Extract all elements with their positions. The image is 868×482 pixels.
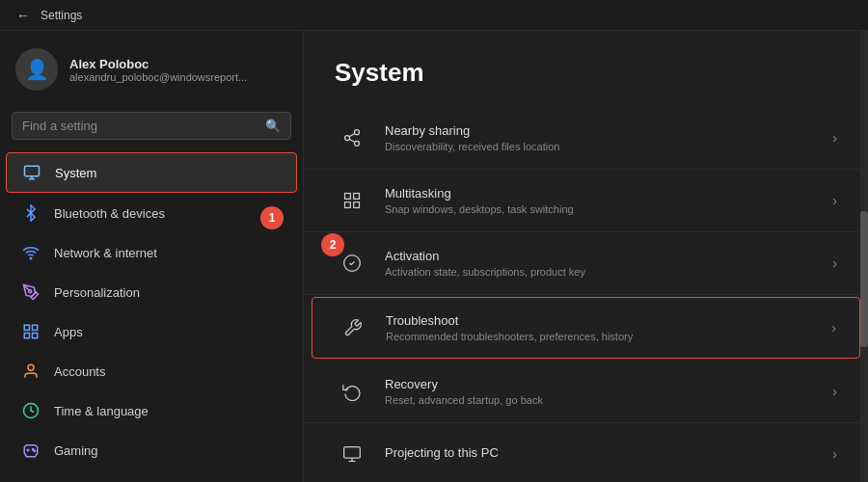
setting-text: Recovery Reset, advanced startup, go bac… — [385, 377, 832, 406]
setting-title: Nearby sharing — [385, 123, 832, 138]
scrollbar-track[interactable] — [860, 31, 868, 482]
setting-desc: Activation state, subscriptions, product… — [385, 266, 832, 278]
sidebar: 👤 Alex Poloboc alexandru_poloboc@windows… — [0, 31, 304, 482]
projecting-icon — [335, 437, 369, 471]
sidebar-item-label: Time & language — [54, 404, 149, 418]
setting-desc: Snap windows, desktops, task switching — [385, 203, 832, 215]
scrollbar-thumb[interactable] — [860, 211, 868, 346]
titlebar: ← Settings — [0, 0, 868, 31]
setting-item-recovery[interactable]: Recovery Reset, advanced startup, go bac… — [304, 361, 868, 423]
svg-rect-22 — [354, 202, 360, 208]
sidebar-item-label: Gaming — [54, 443, 98, 458]
sidebar-item-label: Bluetooth & devices — [54, 206, 165, 221]
chevron-right-icon: › — [832, 446, 837, 462]
avatar-icon: 👤 — [25, 58, 49, 81]
svg-line-18 — [349, 139, 355, 142]
sidebar-item-network[interactable]: Network & internet — [6, 233, 297, 272]
apps-icon — [21, 322, 41, 341]
sidebar-item-accounts[interactable]: Accounts — [6, 352, 297, 390]
personalization-icon — [21, 282, 41, 302]
sidebar-item-gaming[interactable]: Gaming — [6, 431, 297, 469]
setting-title: Projecting to this PC — [385, 445, 832, 460]
search-box[interactable]: 🔍 — [12, 112, 291, 140]
accounts-icon — [21, 362, 41, 381]
sidebar-item-bluetooth[interactable]: Bluetooth & devices — [6, 194, 297, 232]
svg-point-15 — [355, 130, 360, 135]
setting-text: Projecting to this PC — [385, 445, 832, 463]
time-icon — [21, 401, 41, 420]
chevron-right-icon: › — [832, 193, 837, 208]
titlebar-title: Settings — [41, 9, 82, 22]
back-icon: ← — [16, 8, 30, 23]
svg-line-19 — [349, 133, 355, 136]
nav-list: System Bluetooth & devices Network & int… — [0, 151, 303, 470]
content-panel: System Nearby sharing Discoverability, r… — [304, 31, 868, 482]
setting-title: Activation — [385, 249, 832, 263]
user-info: Alex Poloboc alexandru_poloboc@windowsre… — [69, 57, 247, 83]
svg-rect-0 — [25, 166, 40, 176]
sidebar-item-label: Accounts — [54, 364, 105, 379]
svg-point-14 — [34, 450, 36, 452]
system-icon — [22, 163, 41, 182]
svg-rect-8 — [24, 334, 29, 338]
sidebar-item-system[interactable]: System — [6, 152, 297, 193]
setting-desc: Reset, advanced startup, go back — [385, 394, 832, 406]
user-email: alexandru_poloboc@windowsreport... — [69, 71, 247, 83]
user-name: Alex Poloboc — [69, 57, 247, 71]
setting-desc: Recommended troubleshooters, preferences… — [386, 331, 831, 342]
chevron-right-icon: › — [831, 320, 836, 335]
sidebar-item-label: System — [55, 166, 96, 180]
svg-rect-7 — [33, 334, 38, 338]
sidebar-item-label: Apps — [54, 325, 83, 339]
sidebar-item-apps[interactable]: Apps — [6, 312, 297, 351]
setting-item-activation[interactable]: Activation Activation state, subscriptio… — [304, 232, 868, 295]
page-title: System — [304, 31, 868, 107]
troubleshoot-icon — [336, 310, 370, 345]
sidebar-item-personalization[interactable]: Personalization — [6, 273, 297, 311]
nearby-sharing-icon — [335, 120, 369, 155]
search-icon: 🔍 — [265, 119, 281, 133]
setting-title: Recovery — [385, 377, 832, 391]
network-icon — [21, 243, 41, 262]
setting-text: Activation Activation state, subscriptio… — [385, 249, 832, 278]
svg-rect-25 — [344, 447, 361, 459]
setting-desc: Discoverability, received files location — [385, 141, 832, 152]
back-button[interactable]: ← — [12, 4, 35, 27]
svg-rect-21 — [354, 194, 360, 200]
setting-text: Multitasking Snap windows, desktops, tas… — [385, 186, 832, 215]
svg-rect-23 — [345, 202, 351, 208]
sidebar-item-label: Personalization — [54, 285, 140, 300]
setting-item-nearby-sharing[interactable]: Nearby sharing Discoverability, received… — [304, 107, 868, 170]
main-container: 👤 Alex Poloboc alexandru_poloboc@windows… — [0, 31, 868, 482]
setting-item-multitasking[interactable]: Multitasking Snap windows, desktops, tas… — [304, 170, 868, 232]
svg-point-3 — [30, 257, 32, 259]
settings-list: Nearby sharing Discoverability, received… — [304, 107, 868, 482]
sidebar-item-label: Network & internet — [54, 246, 157, 260]
setting-title: Multitasking — [385, 186, 832, 201]
svg-rect-6 — [33, 325, 38, 330]
sidebar-item-time[interactable]: Time & language — [6, 391, 297, 430]
user-profile[interactable]: 👤 Alex Poloboc alexandru_poloboc@windows… — [0, 31, 303, 108]
activation-icon — [335, 246, 369, 281]
gaming-icon — [21, 441, 41, 460]
avatar: 👤 — [15, 48, 58, 91]
svg-point-17 — [355, 141, 360, 146]
multitasking-icon — [335, 183, 369, 218]
bluetooth-icon — [21, 203, 41, 223]
svg-point-16 — [345, 136, 350, 141]
chevron-right-icon: › — [832, 130, 837, 146]
svg-rect-5 — [24, 325, 29, 330]
search-input[interactable] — [22, 119, 258, 133]
setting-item-troubleshoot[interactable]: Troubleshoot Recommended troubleshooters… — [312, 297, 860, 359]
svg-point-4 — [29, 290, 32, 293]
svg-rect-20 — [345, 194, 351, 200]
setting-text: Troubleshoot Recommended troubleshooters… — [386, 313, 831, 342]
chevron-right-icon: › — [832, 255, 837, 271]
svg-point-9 — [28, 364, 34, 370]
setting-item-projecting[interactable]: Projecting to this PC › — [304, 423, 868, 482]
recovery-icon — [335, 374, 369, 409]
setting-title: Troubleshoot — [386, 313, 831, 328]
setting-text: Nearby sharing Discoverability, received… — [385, 123, 832, 152]
chevron-right-icon: › — [832, 384, 837, 399]
